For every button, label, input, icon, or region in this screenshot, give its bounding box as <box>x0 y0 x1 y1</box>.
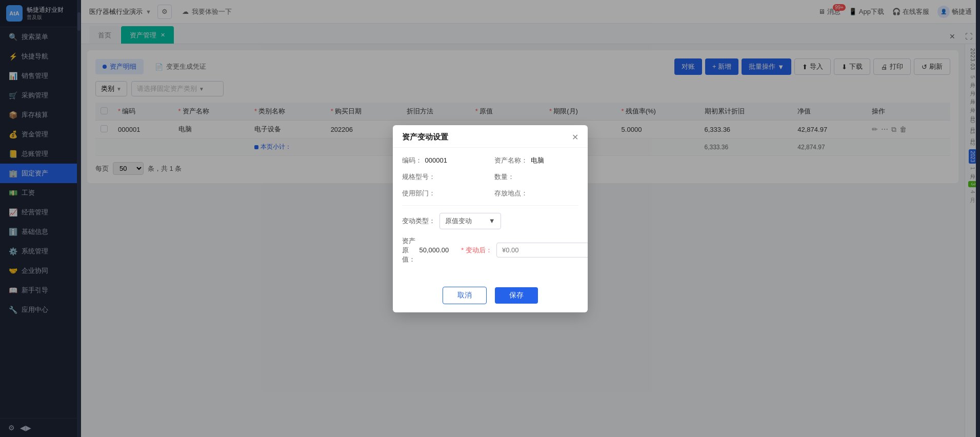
asset-change-modal: 资产变动设置 ✕ 编码： 000001 资产名称： 电脑 规格型号： <box>393 125 588 312</box>
code-label: 编码： <box>402 156 422 165</box>
name-label: 资产名称： <box>494 156 528 165</box>
after-change-label: * 变动后： <box>461 246 492 255</box>
modal-row-code-name: 编码： 000001 资产名称： 电脑 <box>402 156 578 165</box>
modal-change-type-row: 变动类型： 原值变动 ▼ <box>402 213 578 229</box>
location-label: 存放地点： <box>494 189 528 198</box>
qty-label: 数量： <box>494 172 514 182</box>
modal-field-location: 存放地点： <box>494 189 578 198</box>
after-change-input[interactable] <box>496 243 587 257</box>
modal-divider <box>402 205 578 206</box>
code-value: 000001 <box>425 156 447 164</box>
name-value: 电脑 <box>531 156 544 165</box>
modal-overlay[interactable]: 资产变动设置 ✕ 编码： 000001 资产名称： 电脑 规格型号： <box>0 0 980 437</box>
save-button[interactable]: 保存 <box>495 287 538 304</box>
modal-field-name: 资产名称： 电脑 <box>494 156 578 165</box>
original-value-label: 资产原值： <box>402 236 415 264</box>
dept-label: 使用部门： <box>402 189 435 198</box>
change-type-value: 原值变动 <box>445 216 472 226</box>
modal-title: 资产变动设置 <box>402 132 448 142</box>
modal-body: 编码： 000001 资产名称： 电脑 规格型号： 数量： <box>393 148 588 281</box>
modal-footer: 取消 保存 <box>393 281 588 312</box>
original-value-value: 50,000.00 <box>419 246 449 254</box>
cancel-button[interactable]: 取消 <box>443 287 487 304</box>
modal-field-spec: 规格型号： <box>402 172 486 182</box>
modal-field-code: 编码： 000001 <box>402 156 486 165</box>
change-type-select[interactable]: 原值变动 ▼ <box>439 213 501 229</box>
modal-value-row: 资产原值： 50,000.00 * 变动后： <box>402 236 578 264</box>
spec-label: 规格型号： <box>402 172 435 182</box>
change-type-label: 变动类型： <box>402 216 435 226</box>
modal-close-button[interactable]: ✕ <box>572 132 578 142</box>
modal-header: 资产变动设置 ✕ <box>393 125 588 148</box>
change-type-arrow-icon: ▼ <box>489 217 495 225</box>
modal-row-dept-loc: 使用部门： 存放地点： <box>402 189 578 198</box>
modal-row-spec-qty: 规格型号： 数量： <box>402 172 578 182</box>
modal-field-qty: 数量： <box>494 172 578 182</box>
modal-field-dept: 使用部门： <box>402 189 486 198</box>
